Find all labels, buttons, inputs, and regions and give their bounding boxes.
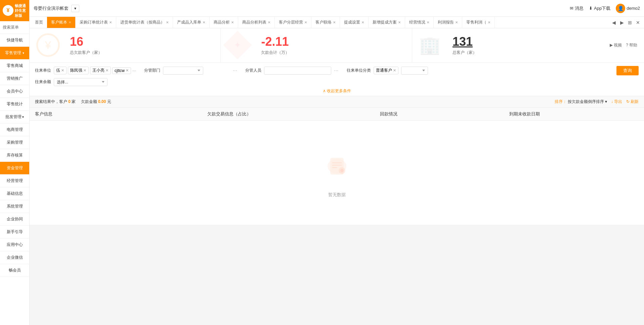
tab-promotion-settings[interactable]: 提成设置 ✕ xyxy=(340,17,369,28)
sidebar-item-retail-stats[interactable]: 零售统计 xyxy=(0,98,29,111)
tab-close-icon[interactable]: ✕ xyxy=(166,21,169,24)
tab-stock-stats[interactable]: 进货单统计表（按商品） ✕ xyxy=(116,17,173,28)
play-icon: ▶ xyxy=(610,43,613,47)
sidebar-item-wechat[interactable]: 企业微信 xyxy=(0,251,29,264)
sidebar-item-ecommerce[interactable]: 电商管理 xyxy=(0,123,29,136)
tab-product-analysis[interactable]: 商品分析 ✕ xyxy=(210,17,238,28)
table-col-due-date: 到期未收款日期 xyxy=(509,111,639,117)
help-btn[interactable]: ? 帮助 xyxy=(626,42,637,48)
tab-bar: 首页 客户账本 ✕ 采购订单统计表 ✕ 进货单统计表（按商品） ✕ 产成品入库单… xyxy=(30,17,644,28)
collapse-btn[interactable]: ∧ 收起更多条件 xyxy=(323,88,351,94)
tab-close-icon[interactable]: ✕ xyxy=(231,21,234,24)
tab-close-icon[interactable]: ✕ xyxy=(333,21,336,24)
sidebar-item-inventory[interactable]: 库存核算 xyxy=(0,149,29,162)
tag-chen[interactable]: 陈民强 ✕ xyxy=(68,67,89,74)
tab-retail-profit[interactable]: 零售利润（ ✕ xyxy=(462,17,495,28)
sidebar-item-enterprise[interactable]: 企业协同 xyxy=(0,213,29,226)
stats-bar: ¥ 16 总欠款客户（家） ✦ - xyxy=(30,28,644,63)
unit-filter-tags: 伍 ✕ 陈民强 ✕ 王小亮 ✕ cjttcw ✕ ··· xyxy=(54,67,136,74)
tag-remove-icon[interactable]: ✕ xyxy=(393,68,396,73)
tab-close-icon[interactable]: ✕ xyxy=(361,21,364,24)
tab-customer-book[interactable]: 客户账本 ✕ xyxy=(47,17,76,28)
tag-remove-icon[interactable]: ✕ xyxy=(105,68,109,73)
tag-cjttcw[interactable]: cjttcw ✕ xyxy=(112,67,131,74)
sidebar-item-retail-mall[interactable]: 零售商城 xyxy=(0,60,29,72)
sidebar-item-newbie[interactable]: 新手引导 xyxy=(0,226,29,239)
tab-product-in[interactable]: 产成品入库单 ✕ xyxy=(173,17,210,28)
tab-purchase-order[interactable]: 采购订单统计表 ✕ xyxy=(76,17,116,28)
sort-prefix: 排序： 按欠款金额倒序排序 ▾ xyxy=(555,99,607,105)
table-col-credit: 欠款交易信息（占比） xyxy=(207,111,380,117)
unit-type-filter-select[interactable] xyxy=(401,67,428,75)
refresh-btn[interactable]: ↻ 刷新 xyxy=(626,99,639,105)
sidebar-item-quicknav[interactable]: 快捷导航 xyxy=(0,34,29,47)
tag-wu[interactable]: 伍 ✕ xyxy=(54,67,67,74)
sidebar-item-member[interactable]: 会员中心 xyxy=(0,85,29,98)
sidebar-item-batch-mgmt[interactable]: 批发管理 ▾ xyxy=(0,111,29,123)
person-filter-input[interactable] xyxy=(264,67,331,75)
chevron-down-icon: ▾ xyxy=(23,51,24,55)
tab-close-icon[interactable]: ✕ xyxy=(455,21,458,24)
sidebar-item-basic-info[interactable]: 基础信息 xyxy=(0,187,29,200)
tab-profit-report[interactable]: 利润报告 ✕ xyxy=(434,17,462,28)
dept-filter-select[interactable] xyxy=(163,67,203,75)
filter-row-2: 往来余额 选择... xyxy=(35,78,639,86)
stat-credit-customers-label: 总欠款客户（家） xyxy=(70,50,102,56)
account-dropdown[interactable]: ▾ xyxy=(71,5,79,12)
tag-remove-icon[interactable]: ✕ xyxy=(61,68,64,73)
message-icon: ✉ xyxy=(570,6,573,11)
sidebar-item-finance[interactable]: 资金管理 xyxy=(0,162,29,175)
stat-total-customers-value: 131 xyxy=(453,35,477,48)
balance-filter-select[interactable]: 选择... xyxy=(54,78,108,86)
tab-scroll-left[interactable]: ◀ xyxy=(610,19,617,26)
tab-close-icon[interactable]: ✕ xyxy=(427,21,429,24)
chevron-down-icon: ▾ xyxy=(74,6,76,11)
tab-close-icon[interactable]: ✕ xyxy=(69,21,71,24)
tab-close-icon[interactable]: ✕ xyxy=(398,21,401,24)
sidebar: ¥ 畅捷通好生意 标版 搜索菜单 快捷导航 零售管理 ▾ 零售商城 营销推广 会… xyxy=(0,0,30,325)
tab-close-icon[interactable]: ✕ xyxy=(203,21,205,24)
sidebar-item-system[interactable]: 系统管理 xyxy=(0,200,29,213)
sidebar-item-operations[interactable]: 经营管理 xyxy=(0,175,29,187)
export-btn[interactable]: ↓ 导出 xyxy=(611,99,622,105)
tab-close-icon[interactable]: ✕ xyxy=(109,21,112,24)
tab-close-icon[interactable]: ✕ xyxy=(488,21,490,24)
messages-btn[interactable]: ✉ 消息 xyxy=(570,5,584,11)
tab-customer-segment[interactable]: 客户分层经营 ✕ xyxy=(275,17,311,28)
stat-credit-customers-value: 16 xyxy=(70,35,102,48)
user-profile[interactable]: 👤 demo2 xyxy=(616,4,640,13)
sidebar-item-member2[interactable]: 畅会员 xyxy=(0,264,29,277)
sidebar-item-app-center[interactable]: 应用中心 xyxy=(0,239,29,251)
tag-wang[interactable]: 王小亮 ✕ xyxy=(90,67,111,74)
sidebar-item-retail-mgmt[interactable]: 零售管理 ▾ xyxy=(0,47,29,60)
tab-close-icon[interactable]: ✕ xyxy=(304,21,307,24)
filter-more-icon[interactable]: ··· xyxy=(132,68,136,73)
tab-customer-contact[interactable]: 客户联络 ✕ xyxy=(311,17,340,28)
tag-remove-icon[interactable]: ✕ xyxy=(126,68,129,73)
tab-operations-status[interactable]: 经营情况 ✕ xyxy=(405,17,434,28)
tab-home[interactable]: 首页 xyxy=(31,17,47,28)
tab-expand-icon[interactable]: ⊞ xyxy=(627,19,633,26)
tag-remove-icon[interactable]: ✕ xyxy=(83,68,86,73)
download-icon: ⬇ xyxy=(589,6,593,11)
results-actions: 排序： 按欠款金额倒序排序 ▾ ↓ 导出 ↻ 刷新 xyxy=(555,99,639,105)
table-col-customer: 客户信息 xyxy=(35,111,207,117)
data-table: 客户信息 欠款交易信息（占比） 回款情况 到期未收款日期 xyxy=(30,108,644,225)
tab-new-promotion[interactable]: 新增提成方案 ✕ xyxy=(369,17,405,28)
stat-credit-amount-value: -2.11 xyxy=(261,35,289,48)
video-help-btn[interactable]: ▶ 视频 xyxy=(610,42,622,48)
stat-credit-customers: ¥ 16 总欠款客户（家） xyxy=(30,28,221,62)
tab-product-analysis-list[interactable]: 商品分析列表 ✕ xyxy=(238,17,275,28)
tab-close-icon[interactable]: ✕ xyxy=(268,21,270,24)
tab-scroll-right[interactable]: ▶ xyxy=(618,19,625,26)
dept-more-icon[interactable]: ··· xyxy=(233,68,237,74)
table-col-repayment: 回款情况 xyxy=(380,111,509,117)
sidebar-search[interactable]: 搜索菜单 xyxy=(0,21,29,34)
sidebar-item-marketing[interactable]: 营销推广 xyxy=(0,72,29,85)
query-button[interactable]: 查询 xyxy=(616,66,639,75)
app-download-btn[interactable]: ⬇ App下载 xyxy=(589,5,610,11)
sidebar-item-purchase[interactable]: 采购管理 xyxy=(0,136,29,149)
tab-close-all-icon[interactable]: ✕ xyxy=(635,19,641,26)
tag-normal-customer[interactable]: 普通客户 ✕ xyxy=(374,67,398,74)
person-more-icon[interactable]: ··· xyxy=(334,68,338,74)
